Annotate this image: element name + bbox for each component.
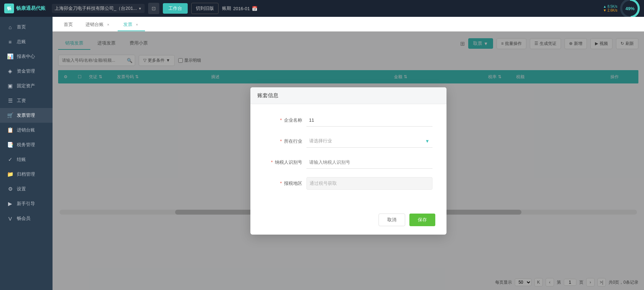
salary-icon: ☰ bbox=[7, 97, 13, 104]
sidebar-label-guide: 新手引导 bbox=[17, 201, 35, 207]
company-name-input[interactable] bbox=[306, 114, 432, 127]
dialog-footer: 取消 保存 bbox=[250, 208, 446, 235]
company-dropdown-icon: ▼ bbox=[138, 7, 142, 11]
reports-icon: 📊 bbox=[7, 53, 13, 60]
tab-purchase-close[interactable]: × bbox=[106, 22, 111, 27]
sidebar-item-settlement[interactable]: ✓ 结账 bbox=[0, 152, 53, 167]
tax-region-placeholder: 通过税号获取 bbox=[310, 180, 337, 187]
tax-id-input[interactable] bbox=[306, 156, 432, 169]
dialog-title: 账套信息 bbox=[257, 92, 278, 98]
company-selector[interactable]: 上海卯金刀电子科技有限公司_（台201... ▼ bbox=[52, 4, 145, 13]
industry-select[interactable]: 请选择行业 ▼ bbox=[306, 135, 432, 148]
ledger-icon: ≡ bbox=[7, 39, 13, 45]
logo-icon: 畅 bbox=[4, 4, 14, 13]
account-info-dialog: 账套信息 * 企业名称 * 所在行 bbox=[250, 87, 446, 235]
dialog-header: 账套信息 bbox=[250, 87, 446, 104]
tab-home[interactable]: 首页 bbox=[58, 19, 78, 31]
topbar: 畅 畅康通易代账 上海卯金刀电子科技有限公司_（台201... ▼ ⊡ 工作台 … bbox=[0, 0, 644, 17]
sidebar-item-capital[interactable]: ◈ 资金管理 bbox=[0, 64, 53, 79]
sidebar-item-archive[interactable]: 📁 归档管理 bbox=[0, 167, 53, 182]
tab-invoice-label: 发票 bbox=[123, 21, 132, 28]
main-area: 首页 进销台账 × 发票 × 销项发票 进项发票 费用小票 ⊞ bbox=[53, 17, 644, 290]
speed-circle: 49% bbox=[620, 0, 640, 18]
app-logo: 畅 畅康通易代账 bbox=[4, 4, 46, 13]
content-area: 销项发票 进项发票 费用小票 ⊞ 取票 ▼ ≡ 批量操作 ☰ bbox=[53, 32, 644, 290]
sidebar-item-invoice[interactable]: 🛒 发票管理 bbox=[0, 108, 53, 123]
sidebar-label-capital: 资金管理 bbox=[17, 68, 35, 74]
period-value: 2016-01 bbox=[233, 6, 250, 11]
sidebar-item-tax[interactable]: 📑 税务管理 bbox=[0, 137, 53, 152]
sidebar-item-purchase[interactable]: 📋 进销台账 bbox=[0, 123, 53, 137]
assets-icon: ▣ bbox=[7, 83, 13, 89]
speed-down: ▼ 2.6K/s bbox=[603, 8, 617, 12]
sidebar-label-invoice: 发票管理 bbox=[17, 112, 35, 119]
member-icon: V bbox=[7, 216, 13, 222]
form-row-industry: * 所在行业 请选择行业 ▼ bbox=[264, 135, 432, 148]
period-label: 账期 bbox=[222, 5, 231, 12]
form-row-company: * 企业名称 bbox=[264, 114, 432, 127]
tax-region-label: * 报税地区 bbox=[264, 180, 306, 187]
sidebar-label-settings: 设置 bbox=[17, 186, 26, 192]
form-row-tax-region: * 报税地区 通过税号获取 bbox=[264, 177, 432, 190]
modal-overlay: 账套信息 * 企业名称 * 所在行 bbox=[53, 32, 644, 290]
settlement-icon: ✓ bbox=[7, 156, 13, 163]
dialog-body: * 企业名称 * 所在行业 请选择行业 ▼ bbox=[250, 104, 446, 208]
app-name: 畅康通易代账 bbox=[16, 5, 46, 12]
industry-dropdown-icon: ▼ bbox=[425, 139, 430, 144]
speed-text: ▲ 8.5K/s ▼ 2.6K/s bbox=[603, 5, 617, 12]
capital-icon: ◈ bbox=[7, 68, 13, 74]
tax-id-label: * 纳税人识别号 bbox=[264, 159, 306, 166]
speed-percent: 49% bbox=[622, 1, 638, 16]
sidebar-label-archive: 归档管理 bbox=[17, 171, 35, 177]
tabs-bar: 首页 进销台账 × 发票 × bbox=[53, 17, 644, 32]
company-name-label: * 企业名称 bbox=[264, 117, 306, 123]
sidebar-label-salary: 工资 bbox=[17, 97, 26, 104]
sidebar-item-member[interactable]: V 畅会员 bbox=[0, 211, 53, 226]
sidebar-label-tax: 税务管理 bbox=[17, 142, 35, 148]
calendar-icon[interactable]: 📅 bbox=[252, 6, 257, 11]
sidebar-item-settings[interactable]: ⚙ 设置 bbox=[0, 182, 53, 196]
archive-icon: 📁 bbox=[7, 171, 13, 177]
tab-invoice-close[interactable]: × bbox=[134, 22, 139, 27]
copy-icon-btn[interactable]: ⊡ bbox=[148, 3, 159, 14]
sidebar-label-assets: 固定资产 bbox=[17, 83, 35, 89]
sidebar-item-home[interactable]: ⌂ 首页 bbox=[0, 20, 53, 34]
tab-purchase[interactable]: 进销台账 × bbox=[80, 19, 116, 31]
sidebar-label-reports: 报表中心 bbox=[17, 53, 35, 60]
tax-icon: 📑 bbox=[7, 142, 13, 148]
old-version-button[interactable]: 切到旧版 bbox=[191, 3, 219, 14]
settings-icon: ⚙ bbox=[7, 186, 13, 192]
required-mark-industry: * bbox=[280, 139, 282, 144]
sidebar-item-salary[interactable]: ☰ 工资 bbox=[0, 93, 53, 108]
sidebar-item-reports[interactable]: 📊 报表中心 bbox=[0, 49, 53, 64]
sidebar-label-purchase: 进销台账 bbox=[17, 127, 35, 133]
required-mark-taxid: * bbox=[271, 160, 273, 165]
form-row-tax-id: * 纳税人识别号 bbox=[264, 156, 432, 169]
sidebar-label-home: 首页 bbox=[17, 24, 26, 30]
required-mark-taxregion: * bbox=[280, 181, 282, 186]
topbar-right: ▲ 8.5K/s ▼ 2.6K/s 49% bbox=[603, 0, 640, 18]
home-icon: ⌂ bbox=[7, 24, 13, 30]
sidebar-label-member: 畅会员 bbox=[17, 215, 30, 222]
sidebar-label-ledger: 总账 bbox=[17, 39, 26, 45]
tab-home-label: 首页 bbox=[64, 21, 73, 28]
speed-up: ▲ 8.5K/s bbox=[603, 5, 617, 8]
purchase-icon: 📋 bbox=[7, 127, 13, 133]
workspace-button[interactable]: 工作台 bbox=[163, 3, 188, 14]
tax-region-display: 通过税号获取 bbox=[306, 177, 432, 190]
tab-purchase-label: 进销台账 bbox=[85, 21, 104, 28]
sidebar-label-settlement: 结账 bbox=[17, 156, 26, 163]
invoice-icon: 🛒 bbox=[7, 112, 13, 119]
sidebar: ⌂ 首页 ≡ 总账 📊 报表中心 ◈ 资金管理 ▣ 固定资产 ☰ 工资 🛒 发票… bbox=[0, 17, 53, 290]
sidebar-item-guide[interactable]: ▶ 新手引导 bbox=[0, 196, 53, 211]
required-mark-company: * bbox=[280, 117, 282, 123]
sidebar-item-ledger[interactable]: ≡ 总账 bbox=[0, 34, 53, 49]
period-display: 账期 2016-01 📅 bbox=[222, 5, 258, 12]
sidebar-item-assets[interactable]: ▣ 固定资产 bbox=[0, 79, 53, 93]
industry-placeholder: 请选择行业 bbox=[309, 138, 332, 144]
tab-invoice[interactable]: 发票 × bbox=[118, 19, 145, 31]
industry-label: * 所在行业 bbox=[264, 138, 306, 144]
save-button[interactable]: 保存 bbox=[409, 214, 435, 226]
cancel-button[interactable]: 取消 bbox=[379, 214, 405, 226]
company-name: 上海卯金刀电子科技有限公司_（台201... bbox=[55, 5, 137, 12]
